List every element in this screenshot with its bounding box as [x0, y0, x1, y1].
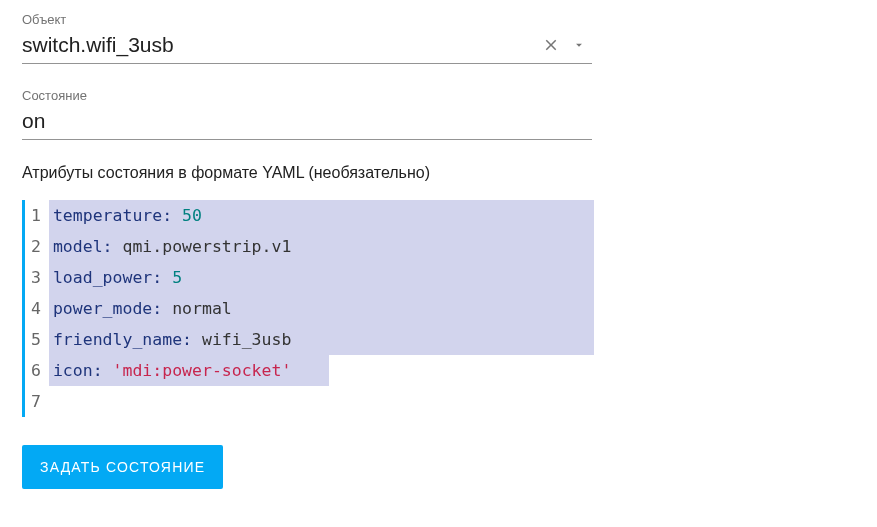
gutter-line-number: 6: [31, 355, 41, 386]
state-field-group: Состояние: [22, 88, 855, 140]
yaml-value: 'mdi:power-socket': [113, 361, 292, 380]
yaml-key: icon:: [53, 361, 103, 380]
yaml-key: model:: [53, 237, 113, 256]
code-area[interactable]: temperature: 50model: qmi.powerstrip.v1l…: [49, 200, 594, 417]
chevron-down-icon[interactable]: [566, 38, 592, 52]
attributes-section-label: Атрибуты состояния в формате YAML (необя…: [22, 164, 855, 182]
entity-label: Объект: [22, 12, 855, 27]
code-line[interactable]: temperature: 50: [49, 200, 594, 231]
entity-input-row: [22, 31, 592, 64]
yaml-value: 50: [182, 206, 202, 225]
code-line[interactable]: load_power: 5: [49, 262, 594, 293]
gutter-line-number: 3: [31, 262, 41, 293]
code-line[interactable]: icon: 'mdi:power-socket': [49, 355, 594, 386]
code-line[interactable]: model: qmi.powerstrip.v1: [49, 231, 594, 262]
gutter-line-number: 5: [31, 324, 41, 355]
entity-field-group: Объект: [22, 12, 855, 64]
line-gutter: 1234567: [25, 200, 49, 417]
yaml-key: load_power:: [53, 268, 162, 287]
clear-icon[interactable]: [536, 36, 566, 54]
gutter-line-number: 4: [31, 293, 41, 324]
gutter-line-number: 1: [31, 200, 41, 231]
code-line[interactable]: friendly_name: wifi_3usb: [49, 324, 594, 355]
yaml-editor[interactable]: 1234567 temperature: 50model: qmi.powers…: [22, 200, 594, 417]
code-line[interactable]: power_mode: normal: [49, 293, 594, 324]
code-line[interactable]: [49, 386, 594, 417]
state-label: Состояние: [22, 88, 855, 103]
gutter-line-number: 2: [31, 231, 41, 262]
entity-input[interactable]: [22, 31, 536, 59]
yaml-value: qmi.powerstrip.v1: [122, 237, 291, 256]
gutter-line-number: 7: [31, 386, 41, 417]
state-input-row: [22, 107, 592, 140]
yaml-value: wifi_3usb: [202, 330, 291, 349]
state-input[interactable]: [22, 107, 592, 135]
yaml-key: friendly_name:: [53, 330, 192, 349]
yaml-key: power_mode:: [53, 299, 162, 318]
yaml-key: temperature:: [53, 206, 172, 225]
set-state-button[interactable]: ЗАДАТЬ СОСТОЯНИЕ: [22, 445, 223, 489]
yaml-value: normal: [172, 299, 232, 318]
yaml-value: 5: [172, 268, 182, 287]
